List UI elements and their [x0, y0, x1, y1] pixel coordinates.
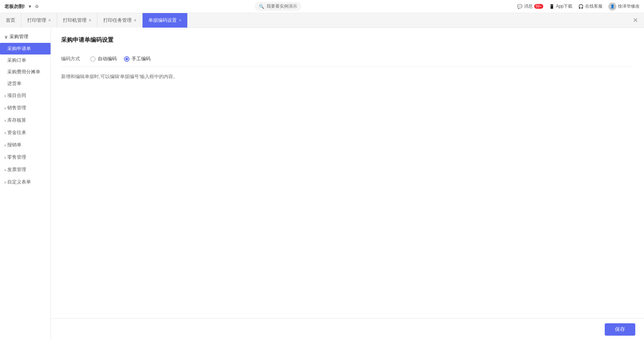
setting-row: 编码方式 自动编码 手工编码 — [61, 51, 634, 67]
tab-print-task[interactable]: 打印任务管理 × — [97, 13, 143, 28]
radio-auto-label: 自动编码 — [98, 56, 117, 62]
sidebar-item-purchase-expense-label: 采购费用分摊单 — [7, 69, 40, 74]
sidebar-group-inventory[interactable]: › 库存核算 — [0, 114, 51, 126]
tab-single-code-label: 单据编码设置 — [148, 17, 177, 24]
sidebar-group-retail-mgmt[interactable]: › 零售管理 — [0, 151, 51, 163]
sidebar-group-purchase-mgmt[interactable]: ∨ 采购管理 — [0, 31, 51, 43]
radio-auto-circle — [90, 56, 96, 62]
service-icon: 🎧 — [578, 4, 584, 9]
info-text: 新增和编辑单据时,可以编辑'单据编号'输入框中的内容。 — [61, 73, 634, 80]
sidebar-group-project-contract[interactable]: › 项目合同 — [0, 89, 51, 102]
arrow-right-icon-2: › — [4, 105, 6, 111]
setting-section: 编码方式 自动编码 手工编码 新增和编辑单据时,可以编辑'单据编号'输入框中的内… — [61, 51, 634, 80]
message-button[interactable]: 💬 消息 99+ — [517, 3, 543, 9]
radio-manual-label: 手工编码 — [132, 56, 151, 62]
radio-manual-code[interactable]: 手工编码 — [124, 56, 151, 62]
sidebar: ∨ 采购管理 采购申请单 采购订单 采购费用分摊单 进货单 › 项目合同 › 销… — [0, 28, 51, 340]
tab-printer-mgmt[interactable]: 打印机管理 × — [57, 13, 97, 28]
content-main: 采购申请单编码设置 编码方式 自动编码 手工编码 — [51, 28, 644, 318]
tab-print-mgmt-close[interactable]: × — [48, 18, 51, 23]
app-download-button[interactable]: 📱 App下载 — [549, 3, 572, 9]
sidebar-group-inventory-label: 库存核算 — [7, 117, 26, 124]
sidebar-item-purchase-expense[interactable]: 采购费用分摊单 — [0, 66, 51, 78]
sidebar-group-purchase-mgmt-label: 采购管理 — [9, 33, 28, 40]
settings-icon[interactable]: ⚙ — [35, 4, 39, 9]
sidebar-item-purchase-order[interactable]: 采购订单 — [0, 54, 51, 66]
sidebar-group-invoice-mgmt[interactable]: › 发票管理 — [0, 163, 51, 176]
sidebar-group-invoice-mgmt-label: 发票管理 — [7, 166, 26, 173]
arrow-right-icon-7: › — [4, 167, 6, 173]
sidebar-group-project-contract-label: 项目合同 — [7, 92, 26, 99]
top-bar-left: 老板勿割! ▼ ⚙ — [4, 3, 39, 10]
tab-print-mgmt-label: 打印管理 — [27, 17, 46, 24]
arrow-right-icon-4: › — [4, 130, 6, 135]
page-title: 采购申请单编码设置 — [61, 36, 634, 44]
message-label: 消息 — [524, 3, 533, 9]
arrow-right-icon-8: › — [4, 179, 6, 185]
app-logo: 老板勿割! — [4, 3, 25, 10]
sidebar-item-purchase-order-label: 采购订单 — [7, 57, 26, 63]
tab-single-code-close[interactable]: × — [179, 18, 181, 23]
user-info[interactable]: 👤 徐泽华修改 — [608, 3, 640, 11]
radio-manual-circle — [124, 56, 129, 62]
sidebar-group-returns[interactable]: › 报销单 — [0, 139, 51, 151]
top-bar-right: 💬 消息 99+ 📱 App下载 🎧 在线客服 👤 徐泽华修改 — [517, 3, 640, 11]
sidebar-group-fund[interactable]: › 资金往来 — [0, 126, 51, 139]
content-footer: 保存 — [51, 318, 644, 340]
tab-home-label: 首页 — [6, 17, 15, 24]
radio-group: 自动编码 手工编码 — [90, 56, 151, 62]
search-icon: 🔍 — [259, 4, 264, 9]
main-layout: ∨ 采购管理 采购申请单 采购订单 采购费用分摊单 进货单 › 项目合同 › 销… — [0, 28, 644, 340]
sidebar-group-custom-form[interactable]: › 自定义表单 — [0, 176, 51, 188]
top-bar: 老板勿割! ▼ ⚙ 🔍 我要看实例演示 💬 消息 99+ 📱 App下载 🎧 在… — [0, 0, 644, 13]
content-area: 采购申请单编码设置 编码方式 自动编码 手工编码 — [51, 28, 644, 340]
tab-bar: 首页 打印管理 × 打印机管理 × 打印任务管理 × 单据编码设置 × ✕ — [0, 13, 644, 28]
setting-label: 编码方式 — [61, 56, 83, 62]
tab-print-mgmt[interactable]: 打印管理 × — [21, 13, 57, 28]
sidebar-group-sales-mgmt[interactable]: › 销售管理 — [0, 102, 51, 114]
dropdown-icon[interactable]: ▼ — [28, 4, 32, 9]
online-service-label: 在线客服 — [585, 3, 603, 9]
sidebar-item-incoming-label: 进货单 — [7, 81, 21, 86]
sidebar-group-retail-mgmt-label: 零售管理 — [7, 154, 26, 161]
message-badge: 99+ — [534, 4, 543, 9]
search-bar[interactable]: 🔍 我要看实例演示 — [255, 2, 301, 11]
tab-print-task-close[interactable]: × — [134, 18, 136, 23]
save-button[interactable]: 保存 — [605, 323, 635, 336]
tab-print-task-label: 打印任务管理 — [103, 17, 132, 24]
tab-printer-mgmt-label: 打印机管理 — [63, 17, 87, 24]
arrow-right-icon-1: › — [4, 93, 6, 98]
avatar: 👤 — [608, 3, 616, 11]
app-icon: 📱 — [549, 4, 555, 9]
sidebar-group-custom-form-label: 自定义表单 — [7, 179, 31, 185]
arrow-right-icon-6: › — [4, 155, 6, 160]
user-name: 徐泽华修改 — [618, 3, 640, 9]
sidebar-group-fund-label: 资金往来 — [7, 129, 26, 136]
tab-single-code[interactable]: 单据编码设置 × — [143, 13, 188, 28]
arrow-down-icon: ∨ — [4, 34, 8, 40]
sidebar-item-incoming[interactable]: 进货单 — [0, 78, 51, 89]
sidebar-item-purchase-req-label: 采购申请单 — [7, 46, 31, 51]
sidebar-item-purchase-req[interactable]: 采购申请单 — [0, 43, 51, 54]
arrow-right-icon-5: › — [4, 142, 6, 148]
online-service-button[interactable]: 🎧 在线客服 — [578, 3, 603, 9]
tab-home[interactable]: 首页 — [0, 13, 21, 28]
tab-printer-mgmt-close[interactable]: × — [89, 18, 91, 23]
sidebar-group-returns-label: 报销单 — [7, 142, 21, 148]
radio-auto-code[interactable]: 自动编码 — [90, 56, 117, 62]
message-icon: 💬 — [517, 4, 523, 9]
arrow-right-icon-3: › — [4, 118, 6, 123]
sidebar-group-sales-mgmt-label: 销售管理 — [7, 105, 26, 111]
app-download-label: App下载 — [556, 3, 572, 9]
search-text: 我要看实例演示 — [267, 3, 297, 9]
close-all-button[interactable]: ✕ — [633, 16, 644, 24]
